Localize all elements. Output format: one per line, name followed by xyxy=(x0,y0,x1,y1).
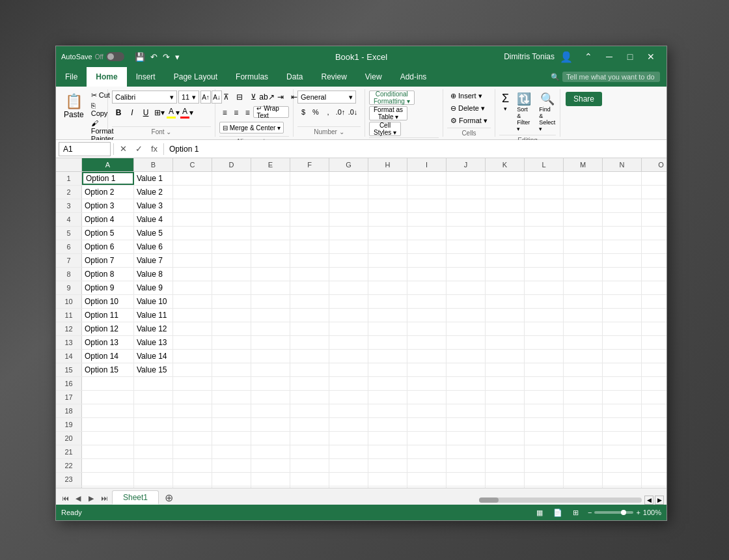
cell-13-M[interactable] xyxy=(564,336,603,349)
normal-view-btn[interactable]: ▦ xyxy=(533,506,546,519)
cell-5-M[interactable] xyxy=(564,227,603,240)
cell-20-D[interactable] xyxy=(212,432,251,445)
cell-4-E[interactable] xyxy=(251,213,290,226)
cell-23-L[interactable] xyxy=(525,473,564,486)
row-number[interactable]: 9 xyxy=(56,281,82,294)
cell-16-D[interactable] xyxy=(212,377,251,390)
cell-17-H[interactable] xyxy=(368,391,407,404)
cell-20-B[interactable] xyxy=(134,432,173,445)
cell-9-F[interactable] xyxy=(290,281,329,294)
col-header-A[interactable]: A xyxy=(82,158,134,171)
cell-23-J[interactable] xyxy=(447,473,486,486)
cell-16-J[interactable] xyxy=(447,377,486,390)
cell-19-J[interactable] xyxy=(447,418,486,431)
cell-4-A[interactable]: Option 4 xyxy=(82,213,134,226)
cell-4-H[interactable] xyxy=(368,213,407,226)
tab-file[interactable]: File xyxy=(56,67,87,87)
zoom-slider[interactable] xyxy=(594,511,633,514)
cell-11-H[interactable] xyxy=(368,309,407,322)
cell-5-D[interactable] xyxy=(212,227,251,240)
cell-1-L[interactable] xyxy=(525,172,564,185)
minimize-btn[interactable]: ─ xyxy=(599,46,620,67)
cell-22-C[interactable] xyxy=(173,459,212,472)
cell-19-N[interactable] xyxy=(603,418,642,431)
cell-10-G[interactable] xyxy=(329,295,368,308)
page-break-view-btn[interactable]: ⊞ xyxy=(570,506,583,519)
cell-12-C[interactable] xyxy=(173,322,212,335)
cell-11-K[interactable] xyxy=(486,309,525,322)
row-number[interactable]: 1 xyxy=(56,172,82,185)
cell-3-I[interactable] xyxy=(407,199,447,212)
cell-3-O[interactable] xyxy=(642,199,667,212)
cell-11-E[interactable] xyxy=(251,309,290,322)
cell-19-H[interactable] xyxy=(368,418,407,431)
cell-11-I[interactable] xyxy=(407,309,447,322)
cell-4-N[interactable] xyxy=(603,213,642,226)
cell-1-F[interactable] xyxy=(290,172,329,185)
cell-14-F[interactable] xyxy=(290,350,329,363)
row-number[interactable]: 19 xyxy=(56,418,82,431)
tab-addins[interactable]: Add-ins xyxy=(391,67,436,87)
cell-7-M[interactable] xyxy=(564,254,603,267)
cell-2-D[interactable] xyxy=(212,186,251,199)
cell-16-F[interactable] xyxy=(290,377,329,390)
col-header-I[interactable]: I xyxy=(407,158,447,171)
cell-1-I[interactable] xyxy=(407,172,447,185)
sheet-nav-prev[interactable]: ◀ xyxy=(72,492,85,505)
cell-17-B[interactable] xyxy=(134,391,173,404)
underline-button[interactable]: U xyxy=(139,106,152,119)
formula-input[interactable] xyxy=(167,145,664,154)
cell-8-F[interactable] xyxy=(290,268,329,281)
cell-19-E[interactable] xyxy=(251,418,290,431)
cell-19-A[interactable] xyxy=(82,418,134,431)
cell-5-O[interactable] xyxy=(642,227,667,240)
cell-21-O[interactable] xyxy=(642,445,667,458)
cell-17-A[interactable] xyxy=(82,391,134,404)
cell-5-L[interactable] xyxy=(525,227,564,240)
add-sheet-button[interactable]: ⊕ xyxy=(161,490,176,505)
autosum-btn[interactable]: Σ ▾ xyxy=(499,91,512,133)
cell-10-N[interactable] xyxy=(603,295,642,308)
cell-9-E[interactable] xyxy=(251,281,290,294)
cell-16-M[interactable] xyxy=(564,377,603,390)
cell-17-J[interactable] xyxy=(447,391,486,404)
cell-5-H[interactable] xyxy=(368,227,407,240)
cell-7-N[interactable] xyxy=(603,254,642,267)
cell-17-O[interactable] xyxy=(642,391,667,404)
cell-10-E[interactable] xyxy=(251,295,290,308)
cell-11-L[interactable] xyxy=(525,309,564,322)
row-number[interactable]: 17 xyxy=(56,391,82,404)
cell-8-N[interactable] xyxy=(603,268,642,281)
sheet-nav-next[interactable]: ▶ xyxy=(85,492,98,505)
cell-8-B[interactable]: Value 8 xyxy=(134,268,173,281)
cell-10-F[interactable] xyxy=(290,295,329,308)
fill-color-button[interactable]: A ▾ xyxy=(167,106,180,119)
close-btn[interactable]: ✕ xyxy=(640,46,661,67)
cell-23-N[interactable] xyxy=(603,473,642,486)
tab-insert[interactable]: Insert xyxy=(127,67,165,87)
cell-13-E[interactable] xyxy=(251,336,290,349)
cell-5-E[interactable] xyxy=(251,227,290,240)
cell-19-I[interactable] xyxy=(407,418,447,431)
font-name-selector[interactable]: Calibri ▾ xyxy=(112,91,177,104)
align-right-btn[interactable]: ≡ xyxy=(242,106,253,119)
bold-button[interactable]: B xyxy=(112,106,125,119)
cell-6-N[interactable] xyxy=(603,240,642,253)
cell-8-J[interactable] xyxy=(447,268,486,281)
format-btn[interactable]: ⚙ Format ▾ xyxy=(447,115,491,126)
cell-7-C[interactable] xyxy=(173,254,212,267)
cell-6-J[interactable] xyxy=(447,240,486,253)
find-select-btn[interactable]: 🔍 Find &Select ▾ xyxy=(536,91,558,133)
tab-review[interactable]: Review xyxy=(312,67,355,87)
cell-13-A[interactable]: Option 13 xyxy=(82,336,134,349)
col-header-G[interactable]: G xyxy=(329,158,368,171)
delete-btn[interactable]: ⊖ Delete ▾ xyxy=(447,103,488,114)
customize-qat-icon[interactable]: ▾ xyxy=(174,51,181,63)
cell-18-K[interactable] xyxy=(486,404,525,417)
cell-10-I[interactable] xyxy=(407,295,447,308)
cell-13-H[interactable] xyxy=(368,336,407,349)
cell-23-K[interactable] xyxy=(486,473,525,486)
ribbon-toggle-btn[interactable]: ⌃ xyxy=(578,46,599,67)
cell-13-B[interactable]: Value 13 xyxy=(134,336,173,349)
cell-21-A[interactable] xyxy=(82,445,134,458)
